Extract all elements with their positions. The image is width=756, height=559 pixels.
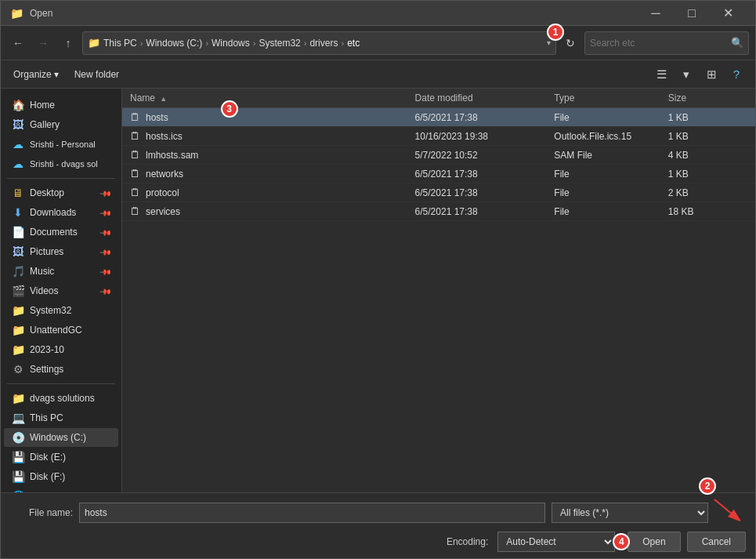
annotation-2-arrow xyxy=(714,499,746,523)
sidebar-label-documents: Documents xyxy=(30,227,78,238)
title-bar-left: 📁 Open xyxy=(10,7,52,20)
maximize-button[interactable]: □ xyxy=(674,1,710,26)
file-icon: 🗒 xyxy=(130,168,140,180)
close-button[interactable]: ✕ xyxy=(710,1,746,26)
column-header-name[interactable]: Name ▲ xyxy=(122,89,407,108)
table-row[interactable]: 🗒 lmhosts.sam 5/7/2022 10:52SAM File4 KB xyxy=(122,146,755,165)
column-header-date[interactable]: Date modified xyxy=(407,89,547,108)
sidebar-item-videos[interactable]: 🎬 Videos 📌 xyxy=(4,281,118,300)
sidebar-item-music[interactable]: 🎵 Music 📌 xyxy=(4,262,118,281)
file-name: hosts xyxy=(146,112,168,123)
file-type-select[interactable]: All files (*.*) Text files (*.txt) xyxy=(552,503,708,523)
new-folder-button[interactable]: New folder xyxy=(70,67,124,82)
help-button[interactable]: ? xyxy=(725,64,747,85)
sidebar-item-this-pc[interactable]: 💻 This PC xyxy=(4,408,118,427)
sidebar-item-srishti-dvags[interactable]: ☁ Srishti - dvags sol xyxy=(4,154,118,173)
refresh-button[interactable]: ↻ xyxy=(559,32,581,54)
file-name-input[interactable] xyxy=(79,503,545,523)
view-list-button[interactable]: ☰ xyxy=(650,64,672,85)
file-type: File xyxy=(546,108,660,127)
sidebar-label-disk-e: Disk (E:) xyxy=(30,452,66,463)
address-bar[interactable]: 📁 This PC › Windows (C:) › Windows › Sys… xyxy=(82,31,556,55)
sidebar-label-windows-c: Windows (C:) xyxy=(30,432,86,443)
settings-icon: ⚙ xyxy=(12,363,24,376)
organize-button[interactable]: Organize ▾ xyxy=(9,67,63,82)
sidebar-label-srishti-dvags: Srishti - dvags sol xyxy=(30,159,98,169)
column-header-type[interactable]: Type xyxy=(546,89,660,108)
this-pc-icon: 💻 xyxy=(12,412,24,424)
sidebar-item-unattendgc[interactable]: 📁 UnattendGC xyxy=(4,321,118,339)
sidebar-item-network[interactable]: 🌐 Network xyxy=(4,487,118,492)
sidebar-item-windows-c[interactable]: 💿 Windows (C:) xyxy=(4,428,118,447)
sidebar-item-pictures[interactable]: 🖼 Pictures 📌 xyxy=(4,242,118,261)
table-row[interactable]: 🗒 hosts 3 6/5/2021 17:38File1 KB xyxy=(122,108,755,127)
search-input[interactable] xyxy=(590,38,731,49)
sidebar-divider-1 xyxy=(7,178,115,179)
file-name-cell: 🗒 services xyxy=(130,205,400,217)
sidebar-item-disk-f[interactable]: 💾 Disk (F:) xyxy=(4,467,118,486)
sidebar-item-desktop[interactable]: 🖥 Desktop 📌 xyxy=(4,183,118,202)
sidebar-divider-2 xyxy=(7,383,115,384)
breadcrumb-windows-c[interactable]: Windows (C:) xyxy=(146,38,202,49)
up-button[interactable]: ↑ xyxy=(57,32,79,54)
sidebar-item-downloads[interactable]: ⬇ Downloads 📌 xyxy=(4,203,118,222)
sidebar-label-disk-f: Disk (F:) xyxy=(30,471,65,482)
forward-button[interactable]: → xyxy=(32,32,54,54)
main-area: 🏠 Home 🖼 Gallery ☁ Srishti - Personal ☁ … xyxy=(1,89,755,492)
desktop-icon: 🖥 xyxy=(12,187,24,199)
file-type: File xyxy=(546,202,660,221)
cancel-button[interactable]: Cancel xyxy=(687,532,746,552)
title-bar-controls: ─ □ ✕ xyxy=(638,1,746,26)
breadcrumb-windows[interactable]: Windows xyxy=(212,38,250,49)
breadcrumb-this-pc[interactable]: This PC xyxy=(103,38,137,49)
table-row[interactable]: 🗒 services 6/5/2021 17:38File18 KB xyxy=(122,202,755,221)
view-large-icon-button[interactable]: ⊞ xyxy=(700,64,722,85)
file-date: 6/5/2021 17:38 xyxy=(407,108,547,127)
sidebar: 🏠 Home 🖼 Gallery ☁ Srishti - Personal ☁ … xyxy=(1,89,122,492)
bottom-bar: File name: All files (*.*) Text files (*… xyxy=(1,492,755,558)
sidebar-item-gallery[interactable]: 🖼 Gallery xyxy=(4,115,118,134)
file-type: Outlook.File.ics.15 xyxy=(546,127,660,146)
open-button[interactable]: Open xyxy=(628,532,680,552)
back-button[interactable]: ← xyxy=(7,32,29,54)
column-header-size[interactable]: Size xyxy=(660,89,755,108)
sidebar-label-desktop: Desktop xyxy=(30,187,64,198)
minimize-button[interactable]: ─ xyxy=(638,1,674,26)
title-bar: 📁 Open ─ □ ✕ xyxy=(1,1,755,26)
sidebar-label-srishti-personal: Srishti - Personal xyxy=(30,140,96,149)
sidebar-item-disk-e[interactable]: 💾 Disk (E:) xyxy=(4,448,118,466)
file-name-cell: 🗒 hosts.ics xyxy=(130,130,400,142)
sidebar-item-dvags-solutions[interactable]: 📁 dvags solutions xyxy=(4,389,118,408)
breadcrumb-system32[interactable]: System32 xyxy=(259,38,300,49)
file-table: Name ▲ Date modified Type Size 🗒 hosts 3… xyxy=(122,89,755,221)
encoding-select[interactable]: Auto-Detect UTF-8 UTF-16 ANSI xyxy=(497,532,615,552)
file-name: protocol xyxy=(146,187,179,198)
music-icon: 🎵 xyxy=(12,265,24,278)
breadcrumb-etc[interactable]: etc xyxy=(347,38,360,49)
sort-arrow-name: ▲ xyxy=(160,95,167,103)
sidebar-item-home[interactable]: 🏠 Home xyxy=(4,96,118,114)
address-dropdown-arrow[interactable]: ▾ xyxy=(547,38,551,47)
windows-c-icon: 💿 xyxy=(12,431,24,444)
dialog-folder-icon: 📁 xyxy=(10,7,24,20)
home-icon: 🏠 xyxy=(12,99,24,111)
file-name-cell: 🗒 networks xyxy=(130,168,400,180)
sidebar-item-srishti-personal[interactable]: ☁ Srishti - Personal xyxy=(4,135,118,154)
view-dropdown-button[interactable]: ▾ xyxy=(675,64,697,85)
pictures-icon: 🖼 xyxy=(12,245,24,258)
table-row[interactable]: 🗒 hosts.ics 10/16/2023 19:38Outlook.File… xyxy=(122,127,755,146)
file-date: 6/5/2021 17:38 xyxy=(407,183,547,202)
organize-dropdown-icon: ▾ xyxy=(54,69,59,80)
documents-icon: 📄 xyxy=(12,226,24,238)
sidebar-item-2023-10[interactable]: 📁 2023-10 xyxy=(4,340,118,359)
sidebar-item-settings[interactable]: ⚙ Settings xyxy=(4,360,118,379)
pin-icon-desktop: 📌 xyxy=(99,187,112,199)
breadcrumb-drivers[interactable]: drivers xyxy=(309,38,338,49)
dialog-title: Open xyxy=(30,8,52,19)
sidebar-item-documents[interactable]: 📄 Documents 📌 xyxy=(4,223,118,241)
cloud-icon-1: ☁ xyxy=(12,138,24,151)
table-row[interactable]: 🗒 protocol 6/5/2021 17:38File2 KB xyxy=(122,183,755,202)
file-name: networks xyxy=(146,169,183,180)
sidebar-item-system32[interactable]: 📁 System32 xyxy=(4,301,118,320)
table-row[interactable]: 🗒 networks 6/5/2021 17:38File1 KB xyxy=(122,165,755,183)
